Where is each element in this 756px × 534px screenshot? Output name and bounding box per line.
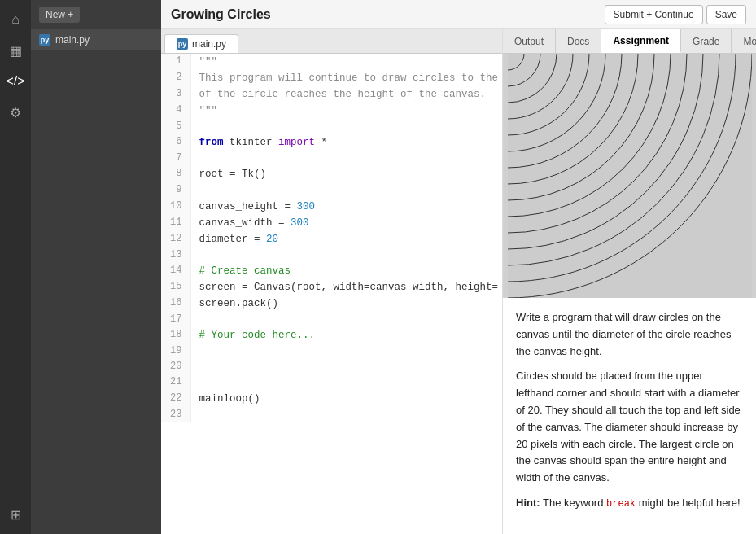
circles-visualization (508, 54, 752, 298)
file-item-label: main.py (55, 34, 90, 46)
code-line-9: 9 (161, 182, 502, 198)
sidebar-icon-settings[interactable]: ⚙ (2, 99, 28, 125)
tab-docs-label: Docs (567, 36, 589, 47)
tab-more-label: More (743, 36, 756, 47)
tab-grade[interactable]: Grade (681, 29, 732, 53)
code-line-17: 17 (161, 312, 502, 327)
code-line-14: 14 # Create canvas (161, 263, 502, 279)
canvas-preview (503, 54, 756, 298)
code-line-18: 18 # Your code here... (161, 327, 502, 344)
tab-python-icon: py (177, 38, 188, 50)
right-content: Write a program that will draw circles o… (503, 54, 756, 534)
assignment-paragraph-2: Circles should be placed from the upper … (516, 368, 743, 487)
file-panel: New + py main.py (31, 0, 161, 534)
code-line-5: 5 (161, 119, 502, 134)
code-line-4: 4 """ (161, 103, 502, 119)
right-tabs-bar: Output Docs Assignment Grade More (503, 29, 756, 54)
code-line-7: 7 (161, 151, 502, 166)
top-bar: Growing Circles Submit + Continue Save (161, 0, 756, 29)
hint-end: might be helpful here! (639, 497, 741, 509)
editor-tabs-bar: py main.py (161, 29, 502, 54)
hint-break-keyword: break (606, 498, 636, 510)
code-line-19: 19 (161, 344, 502, 359)
tab-docs[interactable]: Docs (556, 29, 601, 53)
content-split: py main.py 1 """ 2 This program will con… (161, 29, 756, 534)
tab-output[interactable]: Output (503, 29, 556, 53)
code-line-15: 15 screen = Canvas(root, width=canvas_wi… (161, 279, 502, 295)
hint-label: Hint: (516, 497, 540, 509)
page-title: Growing Circles (171, 7, 271, 22)
code-editor[interactable]: 1 """ 2 This program will continue to dr… (161, 54, 502, 534)
submit-button[interactable]: Submit + Continue (605, 5, 703, 24)
sidebar-icon-home[interactable]: ⌂ (2, 7, 28, 33)
new-button[interactable]: New + (39, 7, 80, 23)
sidebar-icon-code[interactable]: </> (2, 68, 28, 94)
right-panel: Output Docs Assignment Grade More (503, 29, 756, 534)
tab-main-py[interactable]: py main.py (164, 34, 238, 53)
code-line-16: 16 screen.pack() (161, 295, 502, 312)
tab-label: main.py (192, 38, 226, 50)
file-item-main-py[interactable]: py main.py (31, 29, 161, 50)
code-line-11: 11 canvas_width = 300 (161, 215, 502, 231)
assignment-text: Write a program that will draw circles o… (503, 298, 756, 532)
python-icon: py (39, 34, 50, 46)
sidebar-icon-bottom[interactable]: ⊞ (2, 501, 28, 527)
editor-section: py main.py 1 """ 2 This program will con… (161, 29, 503, 534)
tab-grade-label: Grade (693, 36, 719, 47)
sidebar: ⌂ ▦ </> ⚙ ⊞ (0, 0, 31, 534)
code-line-20: 20 (161, 359, 502, 374)
code-line-10: 10 canvas_height = 300 (161, 199, 502, 215)
code-line-2: 2 This program will continue to draw cir… (161, 70, 502, 86)
code-line-6: 6 from tkinter import * (161, 134, 502, 151)
code-line-23: 23 (161, 407, 502, 422)
sidebar-icon-calendar[interactable]: ▦ (2, 37, 28, 63)
code-line-13: 13 (161, 247, 502, 263)
code-line-12: 12 diameter = 20 (161, 231, 502, 247)
tab-more[interactable]: More (732, 29, 756, 53)
main-area: Growing Circles Submit + Continue Save p… (161, 0, 756, 534)
save-button[interactable]: Save (706, 5, 746, 24)
code-line-8: 8 root = Tk() (161, 166, 502, 182)
assignment-hint: Hint: The keyword break might be helpful… (516, 495, 743, 512)
tab-assignment-label: Assignment (613, 35, 669, 46)
file-panel-header: New + (31, 0, 161, 29)
hint-text: The keyword (543, 497, 606, 509)
top-actions: Submit + Continue Save (605, 5, 746, 24)
code-line-1: 1 """ (161, 54, 502, 70)
tab-assignment[interactable]: Assignment (601, 29, 681, 53)
assignment-paragraph-1: Write a program that will draw circles o… (516, 309, 743, 360)
code-line-3: 3 of the circle reaches the height of th… (161, 86, 502, 103)
tab-output-label: Output (514, 36, 544, 47)
code-line-22: 22 mainloop() (161, 391, 502, 407)
code-line-21: 21 (161, 374, 502, 390)
